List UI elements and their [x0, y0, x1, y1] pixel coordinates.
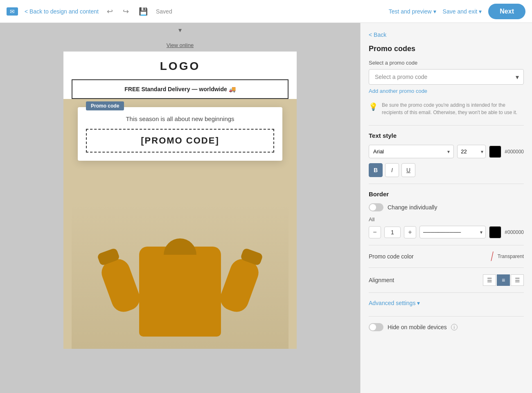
info-text: Be sure the promo code you're adding is …	[382, 101, 524, 116]
view-online-link[interactable]: View online	[167, 42, 194, 48]
border-increase-button[interactable]: +	[404, 226, 416, 238]
redo-button[interactable]: ↪	[121, 5, 131, 18]
border-title: Border	[369, 191, 524, 198]
promo-codes-title: Promo codes	[369, 45, 524, 53]
transparent-label: Transparent	[498, 254, 524, 259]
nav-right: Test and preview ▾ Save and exit ▾ Next	[389, 4, 525, 19]
next-button[interactable]: Next	[488, 4, 525, 19]
bold-button[interactable]: B	[369, 163, 383, 177]
canvas-area: ▾ View online LOGO FREE Standard Deliver…	[0, 23, 360, 393]
save-icon-button[interactable]: 💾	[137, 5, 149, 18]
promo-select-wrapper: Select a promo code	[369, 69, 524, 85]
format-row: B I U	[369, 163, 524, 177]
font-color-swatch[interactable]	[489, 146, 501, 158]
change-individually-label: Change individually	[388, 204, 437, 211]
border-style-wrapper: ──────────	[419, 226, 486, 238]
view-online-bar: View online	[0, 37, 360, 52]
sweater-shape	[123, 214, 237, 337]
divider-3	[369, 245, 524, 245]
border-style-select[interactable]: ──────────	[419, 226, 486, 238]
hide-mobile-toggle[interactable]	[369, 323, 383, 331]
divider-1	[369, 125, 524, 126]
email-logo: LOGO	[63, 52, 297, 79]
test-preview-button[interactable]: Test and preview ▾	[389, 8, 436, 15]
all-label: All	[369, 216, 524, 222]
main-layout: ▾ View online LOGO FREE Standard Deliver…	[0, 23, 532, 393]
nav-left: < Back to design and content ↩ ↪ 💾 Saved	[7, 5, 172, 18]
alignment-label: Alignment	[369, 277, 394, 283]
select-promo-label: Select a promo code	[369, 60, 524, 66]
promo-color-row: Promo code color ╱ Transparent	[369, 252, 524, 261]
align-right-button[interactable]: ☰	[511, 274, 524, 286]
email-icon	[7, 7, 18, 16]
hide-mobile-row: Hide on mobile devices i	[369, 323, 524, 331]
email-preview: LOGO FREE Standard Delivery — worldwide …	[63, 52, 297, 349]
hide-mobile-info-icon[interactable]: i	[451, 324, 458, 330]
border-section: Border Change individually All − 1 + ───…	[369, 191, 524, 238]
logo-text: LOGO	[160, 60, 200, 72]
promo-code-select[interactable]: Select a promo code	[369, 69, 524, 85]
border-color-label: #000000	[505, 229, 524, 235]
panel-back-link[interactable]: < Back	[369, 31, 386, 38]
delivery-bar: FREE Standard Delivery — worldwide 🚚	[72, 79, 289, 99]
undo-button[interactable]: ↩	[105, 5, 115, 18]
alignment-row: Alignment ☰ ≡ ☰	[369, 274, 524, 286]
email-hero: SPRING is HERE! This season is all about…	[63, 99, 297, 349]
save-exit-button[interactable]: Save and exit ▾	[443, 8, 482, 15]
add-promo-link[interactable]: Add another promo code	[369, 88, 524, 94]
divider-2	[369, 184, 524, 184]
text-style-title: Text style	[369, 132, 524, 139]
promo-code-display: [PROMO CODE]	[86, 129, 274, 153]
hide-mobile-label: Hide on mobile devices	[388, 324, 447, 330]
promo-description: This season is all about new beginnings	[86, 115, 274, 122]
chevron-down-icon[interactable]: ▾	[178, 26, 182, 34]
right-panel: < Back Promo codes Select a promo code S…	[360, 23, 532, 393]
italic-button[interactable]: I	[385, 163, 399, 177]
align-left-button[interactable]: ☰	[483, 274, 496, 286]
align-center-button[interactable]: ≡	[497, 274, 510, 286]
info-box: 💡 Be sure the promo code you're adding i…	[369, 101, 524, 117]
saved-label: Saved	[156, 8, 172, 15]
border-decrease-button[interactable]: −	[369, 226, 381, 238]
sweater-body	[139, 247, 221, 337]
sweater-neck	[164, 238, 196, 255]
divider-5	[369, 292, 524, 293]
font-size-select[interactable]: 22	[457, 145, 486, 158]
font-family-select[interactable]: Arial	[369, 145, 454, 158]
promo-tag: Promo code	[86, 101, 124, 110]
font-row: Arial 22 #000000	[369, 145, 524, 158]
lightbulb-icon: 💡	[369, 102, 378, 111]
border-value: 1	[384, 227, 401, 238]
advanced-settings-link[interactable]: Advanced settings ▾	[369, 300, 420, 306]
sweater-image	[72, 202, 289, 349]
change-individually-row: Change individually	[369, 203, 524, 211]
border-color-swatch[interactable]	[489, 226, 501, 238]
underline-button[interactable]: U	[401, 163, 415, 177]
promo-color-right: ╱ Transparent	[490, 252, 524, 261]
transparent-slash-icon[interactable]: ╱	[489, 252, 495, 261]
top-nav: < Back to design and content ↩ ↪ 💾 Saved…	[0, 0, 532, 23]
back-link[interactable]: < Back to design and content	[25, 8, 99, 15]
border-controls-row: − 1 + ────────── #000000	[369, 226, 524, 238]
divider-6	[369, 316, 524, 317]
divider-4	[369, 267, 524, 268]
change-individually-toggle[interactable]	[369, 203, 383, 211]
alignment-buttons: ☰ ≡ ☰	[483, 274, 524, 286]
font-size-wrapper: 22	[457, 145, 486, 158]
promo-color-label: Promo code color	[369, 253, 414, 260]
promo-overlay: Promo code This season is all about new …	[78, 107, 282, 161]
font-select-wrapper: Arial	[369, 145, 454, 158]
font-color-label: #000000	[505, 149, 524, 155]
